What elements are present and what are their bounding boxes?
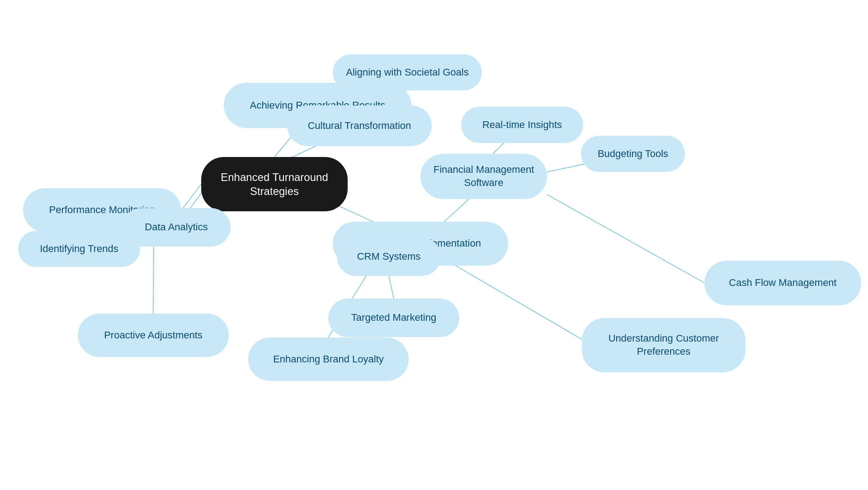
budgeting-node: Budgeting Tools	[581, 136, 685, 172]
svg-line-16	[389, 276, 394, 299]
cashflow-node: Cash Flow Management	[704, 261, 861, 305]
center-node: Enhanced Turnaround Strategies	[201, 157, 348, 211]
cultural-node: Cultural Transformation	[287, 105, 432, 146]
svg-line-2	[181, 184, 201, 210]
understanding-node: Understanding Customer Preferences	[582, 318, 745, 372]
identifying-node: Identifying Trends	[18, 231, 140, 267]
financial-node: Financial Management Software	[420, 154, 547, 199]
svg-line-14	[547, 195, 704, 283]
targeted-node: Targeted Marketing	[328, 299, 459, 337]
proactive-node: Proactive Adjustments	[78, 314, 229, 357]
crm-node: CRM Systems	[337, 238, 441, 276]
brand-loyalty-node: Enhancing Brand Loyalty	[248, 338, 409, 381]
svg-line-17	[441, 257, 582, 339]
aligning-node: Aligning with Societal Goals	[333, 54, 482, 90]
realtime-node: Real-time Insights	[461, 107, 583, 143]
